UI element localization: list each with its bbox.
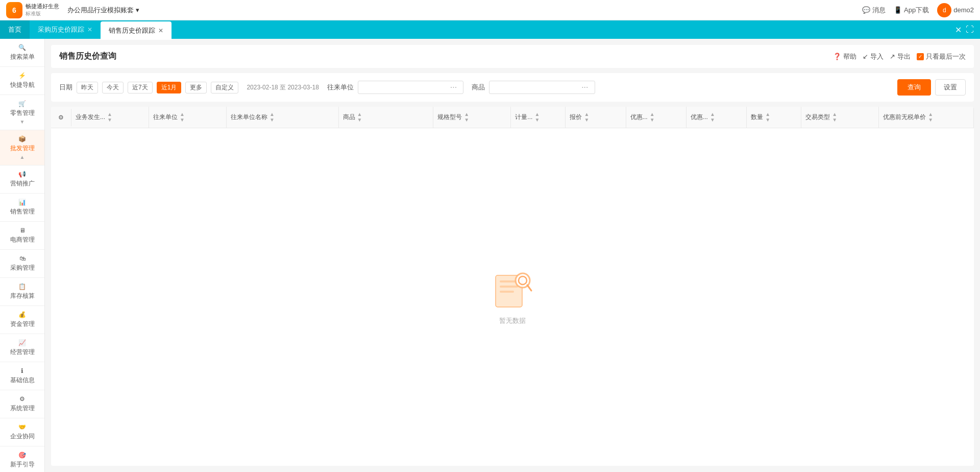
tab-purchase-close-icon[interactable]: ✕ <box>87 26 92 33</box>
date-today-button[interactable]: 今天 <box>102 82 124 93</box>
date-filter-group: 日期 昨天 今天 近7天 近1月 更多 自定义 <box>59 82 238 93</box>
th-trade-type[interactable]: 交易类型 ▲▼ <box>801 107 879 128</box>
th-pretax-price[interactable]: 优惠前无税单价 ▲▼ <box>879 107 974 128</box>
sidebar-label-system: 系统管理 <box>10 404 35 413</box>
th-discount2-label: 优惠... <box>691 113 708 122</box>
date-7days-button[interactable]: 近7天 <box>128 82 153 93</box>
export-label: 导出 <box>897 52 911 61</box>
th-date-label: 业务发生... <box>76 113 105 122</box>
chevron-up-icon: ▲ <box>20 154 25 160</box>
partner-input[interactable] <box>362 84 448 91</box>
sidebar-label-finance: 资金管理 <box>10 320 35 328</box>
product-picker-button[interactable]: ··· <box>579 83 590 92</box>
product-input[interactable] <box>494 84 579 91</box>
tab-sales-history[interactable]: 销售历史价跟踪 ✕ <box>101 21 172 40</box>
help-icon: ❓ <box>833 53 841 60</box>
date-custom-button[interactable]: 自定义 <box>211 82 238 93</box>
app-download-label: App下载 <box>904 6 929 15</box>
th-unit[interactable]: 计量... ▲▼ <box>511 107 566 128</box>
sidebar-item-purchase[interactable]: 🛍 采购管理 <box>0 250 44 278</box>
date-1month-button[interactable]: 近1月 <box>157 82 182 93</box>
sales-icon: 📊 <box>18 199 26 206</box>
logo-text: 畅捷通好生意 <box>26 3 59 10</box>
th-price[interactable]: 报价 ▲▼ <box>566 107 626 128</box>
user-menu[interactable]: d demo2 <box>937 3 974 17</box>
sidebar-label-ecommerce: 电商管理 <box>10 235 35 244</box>
sidebar-item-quick-nav[interactable]: ⚡ 快捷导航 <box>0 67 44 95</box>
only-last-checkbox-label[interactable]: ✓ 只看最后一次 <box>917 52 966 61</box>
th-unit-code-label: 往来单位 <box>153 113 178 122</box>
search-actions: 查询 设置 <box>897 79 966 96</box>
th-date[interactable]: 业务发生... ▲▼ <box>71 107 149 128</box>
only-last-checkbox[interactable]: ✓ <box>917 53 924 60</box>
sidebar-label-wholesale: 批发管理 <box>10 144 35 153</box>
th-pretax-price-label: 优惠前无税单价 <box>883 113 926 122</box>
finance-icon: 💰 <box>18 311 26 318</box>
page-content: 销售历史价查询 ❓ 帮助 ↙ 导入 ↗ 导出 ✓ <box>45 39 980 472</box>
tab-close-all-button[interactable]: ✕ <box>955 25 962 35</box>
th-product-label: 商品 <box>343 113 355 122</box>
only-last-label: 只看最后一次 <box>926 52 966 61</box>
th-spec-label: 规格型号 <box>437 113 462 122</box>
th-trade-type-label: 交易类型 <box>805 113 830 122</box>
sort-icon: ▲▼ <box>928 112 933 123</box>
partner-picker-button[interactable]: ··· <box>448 83 459 92</box>
th-qty[interactable]: 数量 ▲▼ <box>747 107 801 128</box>
app-selector[interactable]: 办公用品行业模拟账套 ▾ <box>63 4 143 17</box>
empty-text: 暂无数据 <box>499 316 526 325</box>
date-more-button[interactable]: 更多 <box>185 82 207 93</box>
sidebar-item-operations[interactable]: 📈 经营管理 <box>0 334 44 362</box>
search-icon: 🔍 <box>18 44 26 51</box>
partner-label: 往来单位 <box>327 83 354 92</box>
table-header: ⚙ 业务发生... ▲▼ 往来单位 ▲▼ 往来单位名称 ▲▼ 商品 <box>51 107 974 128</box>
logo-text-wrap: 畅捷通好生意 标准版 <box>26 3 59 17</box>
app-download-button[interactable]: 📱 App下载 <box>894 6 929 15</box>
date-yesterday-button[interactable]: 昨天 <box>77 82 98 93</box>
top-bar-right: 💬 消息 📱 App下载 d demo2 <box>862 3 974 17</box>
sidebar-item-wholesale[interactable]: 📦 批发管理 ▲ <box>0 130 44 166</box>
sidebar-item-guide[interactable]: 🎯 新手引导 <box>0 446 44 472</box>
export-button[interactable]: ↗ 导出 <box>890 52 911 61</box>
message-button[interactable]: 💬 消息 <box>862 6 886 15</box>
th-unit-code[interactable]: 往来单位 ▲▼ <box>149 107 227 128</box>
import-button[interactable]: ↙ 导入 <box>863 52 884 61</box>
content-area: 销售历史价查询 ❓ 帮助 ↙ 导入 ↗ 导出 ✓ <box>45 39 980 472</box>
sidebar-item-sales[interactable]: 📊 销售管理 <box>0 194 44 222</box>
empty-illustration <box>489 269 535 310</box>
tab-maximize-button[interactable]: ⛶ <box>966 25 974 34</box>
sidebar-item-inventory[interactable]: 📋 库存核算 <box>0 278 44 306</box>
sidebar-item-marketing[interactable]: 📢 营销推广 <box>0 166 44 194</box>
sidebar-label-basic-info: 基础信息 <box>10 376 35 385</box>
th-price-label: 报价 <box>570 113 582 122</box>
tab-home[interactable]: 首页 <box>0 20 30 39</box>
sort-icon: ▲▼ <box>584 112 589 123</box>
sidebar-item-search[interactable]: 🔍 搜索菜单 <box>0 39 44 67</box>
sidebar-item-basic-info[interactable]: ℹ 基础信息 <box>0 362 44 390</box>
th-product[interactable]: 商品 ▲▼ <box>339 107 434 128</box>
message-icon: 💬 <box>862 6 870 14</box>
sales-history-label: 销售历史价跟踪 <box>109 26 155 35</box>
sort-icon: ▲▼ <box>710 112 715 123</box>
th-discount1[interactable]: 优惠... ▲▼ <box>626 107 687 128</box>
th-settings[interactable]: ⚙ <box>51 109 71 126</box>
product-input-wrap: ··· <box>489 81 595 94</box>
page-header: 销售历史价查询 ❓ 帮助 ↙ 导入 ↗ 导出 ✓ <box>51 45 974 68</box>
sidebar-item-system[interactable]: ⚙ 系统管理 <box>0 390 44 418</box>
sidebar-item-ecommerce[interactable]: 🖥 电商管理 <box>0 222 44 250</box>
th-discount2[interactable]: 优惠... ▲▼ <box>687 107 747 128</box>
query-button[interactable]: 查询 <box>897 79 931 96</box>
system-icon: ⚙ <box>19 395 25 403</box>
sidebar-item-finance[interactable]: 💰 资金管理 <box>0 306 44 334</box>
sidebar-item-retail[interactable]: 🛒 零售管理 ▼ <box>0 95 44 130</box>
tab-purchase-history[interactable]: 采购历史价跟踪 ✕ <box>30 20 101 39</box>
download-icon: 📱 <box>894 6 902 14</box>
settings-button[interactable]: 设置 <box>935 79 966 96</box>
product-filter-group: 商品 ··· <box>472 81 595 94</box>
th-unit-name[interactable]: 往来单位名称 ▲▼ <box>227 107 339 128</box>
help-button[interactable]: ❓ 帮助 <box>833 52 856 61</box>
sidebar-item-cooperation[interactable]: 🤝 企业协同 <box>0 418 44 446</box>
tab-sales-close-icon[interactable]: ✕ <box>158 27 163 34</box>
import-label: 导入 <box>870 52 884 61</box>
app-selector-label: 办公用品行业模拟账套 <box>67 6 134 15</box>
th-spec[interactable]: 规格型号 ▲▼ <box>433 107 511 128</box>
